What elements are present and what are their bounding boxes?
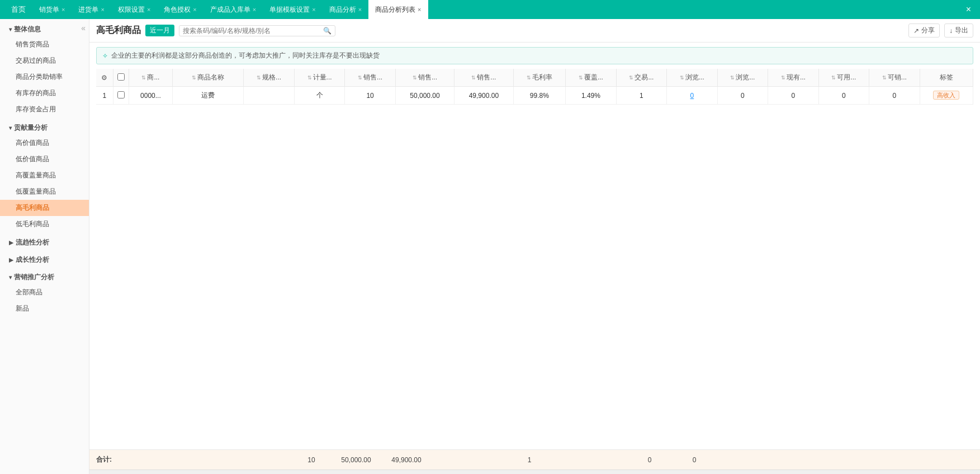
share-icon: ↗ <box>913 27 919 35</box>
nav-product-storage[interactable]: 产成品入库单× <box>203 0 263 19</box>
footer-available: 0 <box>672 456 717 464</box>
sort-icon-current: ⇅ <box>781 75 785 81</box>
close-role-auth[interactable]: × <box>193 6 196 13</box>
group-arrow-overall: ▾ <box>9 26 12 32</box>
sort-icon-code: ⇅ <box>141 75 146 81</box>
close-product-analysis[interactable]: × <box>358 6 362 13</box>
col-sellable: ⇅可销... <box>869 69 920 87</box>
sidebar-item-stocked-products[interactable]: 有库存的商品 <box>0 85 89 101</box>
col-current-stock: ⇅现有... <box>768 69 818 87</box>
product-table: ⚙ ⇅商... ⇅商品名称 ⇅规格... <box>96 69 973 105</box>
sidebar-item-sales-products[interactable]: 销售货商品 <box>0 36 89 53</box>
nav-purchase-order[interactable]: 进货单× <box>72 0 111 19</box>
cell-available: 0 <box>818 87 869 105</box>
sort-icon-profit: ⇅ <box>471 75 476 81</box>
table-row: 1 0000... 运费 个 10 50,000.00 49,900.00 99… <box>96 87 973 105</box>
sidebar-item-high-coverage[interactable]: 高覆盖量商品 <box>0 167 89 184</box>
sidebar-item-traded-products[interactable]: 交易过的商品 <box>0 53 89 69</box>
info-banner: ✧ 企业的主要的利润都是这部分商品创造的，可考虑加大推广，同时关注库存是不要出现… <box>96 47 973 64</box>
col-gross-margin: ⇅毛利率 <box>513 69 566 87</box>
close-product-analysis-list[interactable]: × <box>418 6 421 13</box>
sidebar-item-low-margin[interactable]: 低毛利商品 <box>0 216 89 232</box>
nav-template-settings[interactable]: 单据模板设置× <box>263 0 322 19</box>
sidebar-group-trend[interactable]: ▶ 流趋性分析 <box>0 232 89 250</box>
sidebar-group-marketing[interactable]: ▾ 营销推广分析 <box>0 267 89 284</box>
sidebar-item-all-products[interactable]: 全部商品 <box>0 284 89 301</box>
share-button[interactable]: ↗ 分享 <box>908 24 940 37</box>
info-text: 企业的主要的利润都是这部分商品创造的，可考虑加大推广，同时关注库存是不要出现缺货 <box>111 51 380 60</box>
select-all-checkbox[interactable] <box>117 73 125 81</box>
sidebar-group-contribution[interactable]: ▾ 贡献量分析 <box>0 118 89 135</box>
col-coverage: ⇅覆盖... <box>566 69 616 87</box>
group-arrow-growth: ▶ <box>9 257 13 263</box>
horizontal-scrollbar[interactable] <box>89 470 980 474</box>
sidebar-item-new-products[interactable]: 新品 <box>0 301 89 317</box>
footer-sales-amount: 50,000.00 <box>331 456 381 464</box>
content-header: 高毛利商品 近一月 🔍 ↗ 分享 ↓ 导出 <box>89 19 980 43</box>
close-sales-order[interactable]: × <box>61 6 65 13</box>
sidebar-item-stock-capital[interactable]: 库存资金占用 <box>0 101 89 118</box>
sidebar: « ▾ 整体信息 销售货商品 交易过的商品 商品分类助销率 有库存的商品 库存资… <box>0 19 89 474</box>
gear-icon: ⚙ <box>101 74 107 82</box>
sidebar-item-low-coverage[interactable]: 低覆盖量商品 <box>0 184 89 200</box>
sidebar-item-low-value[interactable]: 低价值商品 <box>0 151 89 167</box>
close-permission-settings[interactable]: × <box>147 6 150 13</box>
sort-icon-qty: ⇅ <box>358 75 362 81</box>
col-browse2: ⇅浏览... <box>717 69 768 87</box>
content-area: 高毛利商品 近一月 🔍 ↗ 分享 ↓ 导出 ✧ 企业的主要的利润都是这部分商品创… <box>89 19 980 474</box>
nav-role-auth[interactable]: 角色授权× <box>157 0 203 19</box>
sort-icon-margin: ⇅ <box>527 75 531 81</box>
sidebar-item-high-value[interactable]: 高价值商品 <box>0 135 89 151</box>
nav-permission-settings[interactable]: 权限设置× <box>111 0 157 19</box>
sort-icon-available: ⇅ <box>831 75 836 81</box>
page-title: 高毛利商品 <box>96 25 141 36</box>
close-template-settings[interactable]: × <box>312 6 315 13</box>
sidebar-group-overall[interactable]: ▾ 整体信息 <box>0 19 89 36</box>
nav-product-analysis-list[interactable]: 商品分析列表× <box>368 0 428 19</box>
cell-current-stock: 0 <box>768 87 818 105</box>
cell-index: 1 <box>96 87 113 105</box>
sidebar-item-category-rate[interactable]: 商品分类助销率 <box>0 69 89 85</box>
date-filter-button[interactable]: 近一月 <box>145 25 174 36</box>
sidebar-collapse-button[interactable]: « <box>81 24 86 32</box>
cell-browse2: 0 <box>717 87 768 105</box>
group-arrow-marketing: ▾ <box>9 274 12 280</box>
search-input[interactable] <box>183 27 323 35</box>
sort-icon-name: ⇅ <box>192 75 196 81</box>
col-browse1: ⇅浏览... <box>667 69 717 87</box>
cell-coverage: 1.49% <box>566 87 616 105</box>
sidebar-group-growth[interactable]: ▶ 成长性分析 <box>0 250 89 267</box>
footer-current-stock: 0 <box>627 456 672 464</box>
col-gear[interactable]: ⚙ <box>96 69 113 87</box>
col-sales-amount: ⇅销售... <box>395 69 454 87</box>
footer-sales-qty: 10 <box>292 456 331 464</box>
sort-icon-coverage: ⇅ <box>579 75 583 81</box>
close-product-storage[interactable]: × <box>253 6 256 13</box>
cell-checkbox[interactable] <box>113 87 129 105</box>
cell-gross-margin: 99.8% <box>513 87 566 105</box>
cell-spec <box>244 87 294 105</box>
search-icon[interactable]: 🔍 <box>323 27 332 35</box>
nav-home[interactable]: 首页 <box>4 0 32 19</box>
close-all-button[interactable]: × <box>962 4 976 15</box>
sidebar-item-high-margin[interactable]: 高毛利商品 <box>0 200 89 216</box>
col-checkbox[interactable] <box>113 69 129 87</box>
row-checkbox[interactable] <box>117 91 125 98</box>
cell-unit: 个 <box>294 87 344 105</box>
table-container[interactable]: ⚙ ⇅商... ⇅商品名称 ⇅规格... <box>89 69 980 449</box>
col-name: ⇅商品名称 <box>173 69 244 87</box>
sort-icon-transaction: ⇅ <box>629 75 633 81</box>
nav-product-analysis[interactable]: 商品分析× <box>323 0 368 19</box>
group-arrow-trend: ▶ <box>9 240 13 246</box>
browse1-link[interactable]: 0 <box>690 92 694 100</box>
nav-sales-order[interactable]: 销货单× <box>32 0 72 19</box>
sort-icon-unit: ⇅ <box>307 75 312 81</box>
export-button[interactable]: ↓ 导出 <box>944 24 973 37</box>
col-sales-profit: ⇅销售... <box>455 69 513 87</box>
col-spec: ⇅规格... <box>244 69 294 87</box>
close-purchase-order[interactable]: × <box>101 6 104 13</box>
info-icon: ✧ <box>102 52 108 60</box>
cell-sellable: 0 <box>869 87 920 105</box>
cell-browse1[interactable]: 0 <box>667 87 717 105</box>
sort-icon-browse1: ⇅ <box>680 75 684 81</box>
